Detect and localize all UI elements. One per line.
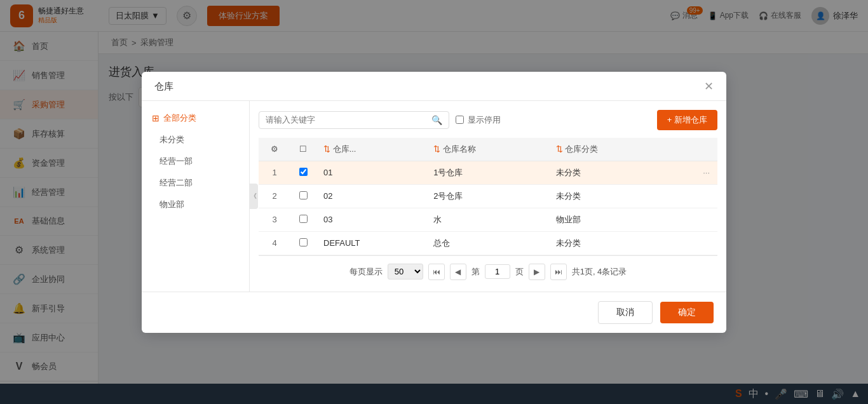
row-name: 水 bbox=[426, 208, 548, 231]
col-code-header: ⇅ 仓库... bbox=[316, 138, 426, 161]
row-checkbox-cell bbox=[290, 231, 316, 255]
row-checkbox-cell bbox=[290, 184, 316, 208]
row-checkbox[interactable] bbox=[299, 215, 308, 223]
next-page-btn[interactable]: ▶ bbox=[529, 264, 545, 280]
category-item-dept1[interactable]: 经营一部 bbox=[142, 151, 249, 172]
grid-icon: ⊞ bbox=[152, 113, 159, 123]
sidebar-collapse-btn[interactable]: 《 bbox=[249, 184, 258, 209]
table-row[interactable]: 3 03 水 物业部 bbox=[259, 208, 717, 231]
table-row[interactable]: 4 DEFAULT 总仓 未分类 bbox=[259, 231, 717, 255]
warehouse-modal: 仓库 ✕ ⊞ 全部分类 未分类 经营一部 经营二部 物业部 《 bbox=[142, 72, 726, 333]
category-item-property[interactable]: 物业部 bbox=[142, 194, 249, 215]
col-check-header: ☐ bbox=[290, 138, 316, 161]
row-name: 2号仓库 bbox=[426, 184, 548, 208]
row-category: 物业部 bbox=[548, 208, 670, 231]
show-disabled-toggle: 显示停用 bbox=[456, 114, 501, 126]
row-checkbox-cell bbox=[290, 208, 316, 231]
per-page-label: 每页显示 bbox=[349, 266, 383, 278]
sort-icon-name: ⇅ bbox=[433, 144, 440, 154]
pagination-row: 每页显示 50 20 100 ⏮ ◀ 第 页 ▶ ⏭ 共1页, 4条记 bbox=[259, 264, 717, 280]
confirm-button[interactable]: 确定 bbox=[660, 302, 714, 323]
row-category: 未分类 bbox=[548, 184, 670, 208]
modal-toolbar: 🔍 显示停用 + 新增仓库 bbox=[259, 110, 717, 130]
row-num: 2 bbox=[259, 184, 290, 208]
page-number-input[interactable] bbox=[485, 264, 510, 279]
col-name-header: ⇅ 仓库名称 bbox=[426, 138, 548, 161]
sort-icon: ⇅ bbox=[323, 144, 330, 154]
page-label: 第 bbox=[471, 266, 480, 278]
modal-overlay: 仓库 ✕ ⊞ 全部分类 未分类 经营一部 经营二部 物业部 《 bbox=[0, 0, 868, 404]
table-row[interactable]: 2 02 2号仓库 未分类 bbox=[259, 184, 717, 208]
row-code: 03 bbox=[316, 208, 426, 231]
row-actions bbox=[670, 231, 717, 255]
total-info: 共1页, 4条记录 bbox=[572, 266, 627, 278]
show-disabled-label: 显示停用 bbox=[468, 114, 501, 126]
col-category-header: ⇅ 仓库分类 bbox=[548, 138, 670, 161]
last-page-btn[interactable]: ⏭ bbox=[550, 264, 567, 280]
row-actions: ··· bbox=[670, 161, 717, 184]
row-name: 1号仓库 bbox=[426, 161, 548, 184]
row-category: 未分类 bbox=[548, 231, 670, 255]
row-num: 1 bbox=[259, 161, 290, 184]
row-category: 未分类 bbox=[548, 161, 670, 184]
row-checkbox[interactable] bbox=[299, 168, 308, 176]
search-input[interactable] bbox=[266, 115, 431, 125]
category-item-uncategorized[interactable]: 未分类 bbox=[142, 129, 249, 151]
row-num: 3 bbox=[259, 208, 290, 231]
col-settings: ⚙ bbox=[259, 138, 290, 161]
modal-title: 仓库 bbox=[154, 81, 173, 93]
modal-main: 🔍 显示停用 + 新增仓库 ⚙ ☐ bbox=[250, 101, 726, 292]
row-num: 4 bbox=[259, 231, 290, 255]
per-page-select[interactable]: 50 20 100 bbox=[388, 264, 423, 279]
row-checkbox[interactable] bbox=[299, 238, 308, 246]
modal-category-sidebar: ⊞ 全部分类 未分类 经营一部 经营二部 物业部 《 bbox=[142, 101, 250, 292]
sort-icon-cat: ⇅ bbox=[556, 144, 563, 154]
search-icon[interactable]: 🔍 bbox=[431, 115, 442, 125]
category-all-header[interactable]: ⊞ 全部分类 bbox=[142, 107, 249, 129]
row-code: 02 bbox=[316, 184, 426, 208]
row-name: 总仓 bbox=[426, 231, 548, 255]
cancel-button[interactable]: 取消 bbox=[598, 301, 653, 324]
row-code: 01 bbox=[316, 161, 426, 184]
modal-body: ⊞ 全部分类 未分类 经营一部 经营二部 物业部 《 🔍 bbox=[142, 101, 726, 292]
pagination-footer: 每页显示 50 20 100 ⏮ ◀ 第 页 ▶ ⏭ 共1页, 4条记 bbox=[259, 255, 717, 283]
warehouse-table: ⚙ ☐ ⇅ 仓库... ⇅ 仓库名称 bbox=[259, 138, 717, 255]
page-suffix: 页 bbox=[515, 266, 524, 278]
row-actions bbox=[670, 184, 717, 208]
prev-page-btn[interactable]: ◀ bbox=[450, 264, 466, 280]
modal-close-button[interactable]: ✕ bbox=[704, 81, 714, 92]
show-disabled-checkbox[interactable] bbox=[456, 116, 464, 124]
col-action-header bbox=[670, 138, 717, 161]
row-actions bbox=[670, 208, 717, 231]
row-checkbox-cell bbox=[290, 161, 316, 184]
add-warehouse-button[interactable]: + 新增仓库 bbox=[657, 110, 717, 130]
category-item-dept2[interactable]: 经营二部 bbox=[142, 172, 249, 194]
search-box: 🔍 bbox=[259, 111, 449, 129]
row-checkbox[interactable] bbox=[299, 191, 308, 199]
row-code: DEFAULT bbox=[316, 231, 426, 255]
modal-actions: 取消 确定 bbox=[142, 292, 726, 333]
table-row[interactable]: 1 01 1号仓库 未分类 ··· bbox=[259, 161, 717, 184]
modal-header: 仓库 ✕ bbox=[142, 72, 726, 101]
collapse-icon: 《 bbox=[250, 192, 257, 201]
category-all-label: 全部分类 bbox=[163, 112, 196, 124]
first-page-btn[interactable]: ⏮ bbox=[428, 264, 445, 280]
